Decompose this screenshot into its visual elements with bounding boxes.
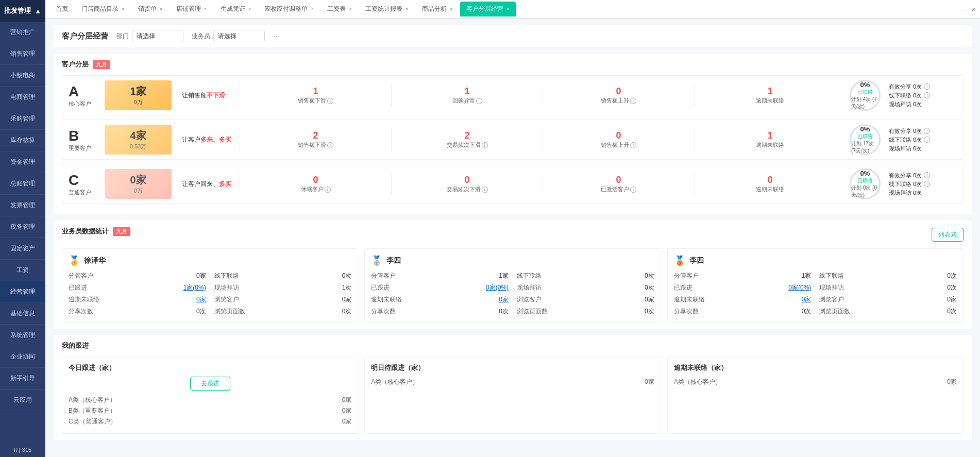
- info-icon[interactable]: i: [482, 142, 488, 148]
- close-icon[interactable]: ×: [349, 6, 352, 12]
- sp-stat-1-5: 浏览客户 0家: [517, 295, 654, 304]
- sidebar-item-xtgl[interactable]: 系统管理: [0, 325, 45, 346]
- sidebar-item-zjgl[interactable]: 资金管理: [0, 151, 45, 173]
- tab-bar: 首页 门店商品目录 × 销货单 × 店铺管理 × 生成凭证 × 应收应付调整单 …: [45, 0, 980, 19]
- tier-c-circle: 0% 已联络 计划 0次 (0天/次): [850, 168, 881, 199]
- info-icon[interactable]: i: [327, 142, 333, 148]
- customer-tier-title: 客户分层 九月: [62, 60, 964, 69]
- tab-product-analysis[interactable]: 商品分析 ×: [416, 2, 459, 16]
- info-icon[interactable]: i: [924, 128, 930, 134]
- tier-a-slogan: 让销售额不下滑: [178, 91, 240, 100]
- sidebar-item-xsyd[interactable]: 新手引导: [0, 368, 45, 390]
- customer-tier-section: 客户分层 九月 A 核心客户 1家 0万 让销售额不下滑 1: [54, 54, 972, 214]
- sp-stats-2: 分管客户 1家 线下联络 0次 已跟进 0家(0%) 现场拜访: [674, 272, 957, 316]
- info-icon[interactable]: i: [630, 142, 636, 148]
- close-icon[interactable]: ×: [450, 6, 453, 12]
- tab-store-products[interactable]: 门店商品目录 ×: [75, 2, 131, 16]
- info-icon[interactable]: i: [630, 187, 636, 193]
- my-followup-title: 我的跟进: [62, 341, 964, 350]
- info-icon[interactable]: i: [630, 98, 636, 104]
- tier-a-right-stats: 有效分享 0次 i 线下联络 0次 i 现场拜访 0次: [885, 83, 957, 108]
- tab-home[interactable]: 首页: [49, 2, 74, 16]
- tab-voucher[interactable]: 生成凭证 ×: [214, 2, 258, 16]
- sidebar-item-yxtt[interactable]: 营销推广: [0, 22, 45, 43]
- info-icon[interactable]: i: [482, 187, 488, 193]
- tier-a-stat1[interactable]: 1 销售额下滑 i: [240, 84, 391, 107]
- tier-c-stats: 0 休眠客户 i 0 交易频次下滑 i 0 已激活客户 i 0 逾期未联络: [240, 168, 957, 199]
- close-icon[interactable]: ×: [311, 6, 314, 12]
- sidebar-item-kch[interactable]: 库存核算: [0, 130, 45, 151]
- tier-b-stat1[interactable]: 2 销售额下滑 i: [240, 128, 391, 151]
- close-icon[interactable]: ×: [248, 6, 251, 12]
- sp-name-2: 李四: [689, 256, 704, 265]
- tab-sales[interactable]: 销货单 ×: [132, 2, 169, 16]
- tab-payroll-report[interactable]: 工资统计报表 ×: [359, 2, 415, 16]
- tier-b-count: 4家 0.53万: [105, 125, 172, 155]
- tier-c-stat3[interactable]: 0 已激活客户 i: [543, 173, 694, 195]
- tier-b-stat4[interactable]: 1 逾期未联络: [694, 128, 846, 151]
- sidebar-item-dsg[interactable]: 电商管理: [0, 87, 45, 108]
- sp-stat-2-1: 线下联络 0次: [819, 272, 957, 280]
- tab-ap-adj[interactable]: 应收应付调整单 ×: [258, 2, 320, 16]
- salesperson-filter: 业务员 请选择: [192, 30, 265, 42]
- close-icon[interactable]: ×: [122, 6, 125, 12]
- list-view-button[interactable]: 列表式: [932, 228, 964, 242]
- tier-c-stat4[interactable]: 0 逾期未联络: [694, 173, 846, 195]
- tier-b-stat3[interactable]: 0 销售额上升 i: [543, 128, 694, 151]
- sidebar-item-xbds[interactable]: 小畅电商: [0, 65, 45, 87]
- tier-c-stat2[interactable]: 0 交易频次下滑 i: [391, 173, 543, 195]
- tab-shop-mgmt[interactable]: 店铺管理 ×: [170, 2, 213, 16]
- sidebar-item-gdzy[interactable]: 固定资产: [0, 238, 45, 260]
- info-icon[interactable]: i: [924, 92, 930, 98]
- tier-row-b: B 重要客户 4家 0.53万 让客户多来、多买 2 销售额下滑 i 2: [62, 120, 964, 160]
- salesperson-grid: 🥇 徐泽华 分管客户 0家 线下联络 0次 已跟进: [62, 248, 964, 323]
- sidebar-item-zz[interactable]: 总账管理: [0, 173, 45, 195]
- tab-payroll[interactable]: 工资表 ×: [321, 2, 358, 16]
- close-icon[interactable]: ×: [405, 6, 409, 12]
- tier-a-stat3[interactable]: 0 销售额上升 i: [543, 84, 694, 107]
- sidebar-item-qyxt[interactable]: 企业协同: [0, 346, 45, 368]
- tab-customer-tier[interactable]: 客户分层经营 ×: [460, 2, 516, 16]
- salesperson-label: 业务员: [192, 32, 210, 41]
- sidebar-item-jygl[interactable]: 经营管理: [0, 281, 45, 303]
- sidebar-collapse-icon[interactable]: ▲: [35, 7, 41, 15]
- sp-stat-2-6: 分享次数 0次: [674, 307, 812, 316]
- tier-a-stat4[interactable]: 1 逾期未联络: [694, 84, 846, 107]
- window-close-icon[interactable]: ×: [972, 5, 976, 13]
- tier-c-stat1[interactable]: 0 休眠客户 i: [240, 173, 391, 195]
- salesperson-select[interactable]: 请选择: [213, 30, 265, 42]
- info-icon[interactable]: i: [325, 187, 331, 193]
- sp-stat-0-3: 现场拜访 1次: [214, 283, 352, 292]
- info-icon[interactable]: i: [924, 83, 930, 90]
- window-minimize-icon[interactable]: —: [960, 5, 968, 13]
- close-icon[interactable]: ×: [506, 6, 510, 12]
- sidebar-item-fp[interactable]: 发票管理: [0, 195, 45, 216]
- sp-stat-1-6: 分享次数 0次: [371, 307, 509, 316]
- followup-overdue: 逾期未联络（家） A类（核心客户） 0家: [667, 357, 964, 434]
- sidebar-item-yy[interactable]: 云应用: [0, 390, 45, 411]
- sidebar-header: 批发管理 ▲: [0, 0, 45, 22]
- tier-b-stat2[interactable]: 2 交易频次下滑 i: [391, 128, 543, 151]
- my-followup-section: 我的跟进 今日跟进（家） 去跟进 A类（核心客户） 0家 B类（重要客户） 0家: [54, 335, 972, 440]
- close-icon[interactable]: ×: [160, 6, 163, 12]
- sp-stat-2-7: 浏览页面数 0次: [819, 307, 957, 316]
- info-icon[interactable]: i: [327, 98, 333, 104]
- sidebar-item-xsgl[interactable]: 销售管理: [0, 43, 45, 65]
- goto-followup-button[interactable]: 去跟进: [190, 377, 230, 391]
- info-icon[interactable]: i: [924, 172, 930, 178]
- sidebar-item-sw[interactable]: 税务管理: [0, 216, 45, 238]
- sp-stat-1-2: 已跟进 0家(0%): [371, 283, 509, 292]
- bottom-status-bar: It } 315: [0, 443, 45, 457]
- more-filter-icon[interactable]: ···: [273, 32, 279, 40]
- salesperson-card-0: 🥇 徐泽华 分管客户 0家 线下联络 0次 已跟进: [62, 248, 358, 323]
- close-icon[interactable]: ×: [204, 6, 207, 12]
- sidebar-item-jcxx[interactable]: 基础信息: [0, 303, 45, 325]
- info-icon[interactable]: i: [476, 98, 482, 104]
- tier-a-stats: 1 销售额下滑 i 1 回购异常 i 0 销售额上升 i 1 逾期未联络: [240, 80, 957, 111]
- sidebar-item-cg[interactable]: 采购管理: [0, 108, 45, 130]
- sidebar-item-gz[interactable]: 工资: [0, 260, 45, 281]
- info-icon[interactable]: i: [924, 137, 930, 143]
- tier-a-stat2[interactable]: 1 回购异常 i: [391, 84, 543, 107]
- dept-select[interactable]: 请选择: [132, 30, 183, 42]
- info-icon[interactable]: i: [924, 181, 930, 187]
